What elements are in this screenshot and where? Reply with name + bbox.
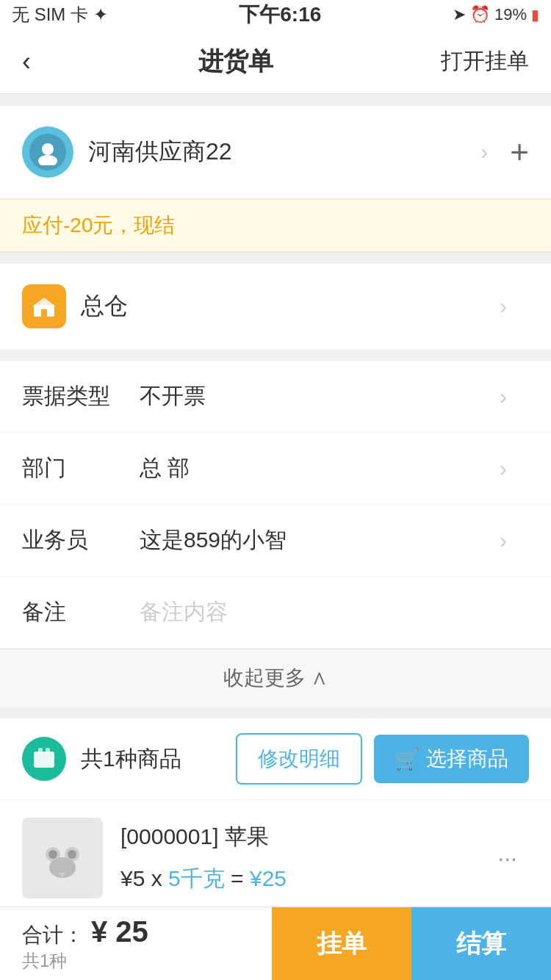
product-icon	[22, 737, 66, 781]
alarm-icon: ⏰	[470, 5, 490, 24]
supplier-name: 河南供应商22	[88, 136, 480, 168]
remark-row[interactable]: 备注 备注内容	[0, 577, 551, 649]
product-name: [0000001] 苹果	[120, 822, 486, 852]
department-label: 部门	[22, 453, 140, 483]
warehouse-name: 总仓	[81, 290, 500, 323]
remark-label: 备注	[22, 597, 140, 627]
status-time: 下午6:16	[239, 1, 321, 29]
sales-chevron-icon: ›	[500, 528, 507, 553]
battery-icon: ▮	[531, 6, 539, 24]
dept-chevron-icon: ›	[500, 456, 507, 481]
product-more-button[interactable]: ···	[486, 837, 529, 879]
svg-point-11	[68, 850, 76, 859]
collapse-bar[interactable]: 收起更多 ∧	[0, 649, 551, 707]
supplier-row[interactable]: 河南供应商22 › +	[0, 106, 551, 199]
price-qty: 5千克	[168, 866, 225, 890]
supplier-chevron-icon: ›	[480, 140, 488, 165]
battery-status: 19%	[494, 5, 527, 24]
price-unit: ¥5	[120, 866, 145, 890]
warehouse-icon	[22, 284, 66, 328]
svg-rect-7	[46, 748, 50, 754]
product-price: ¥5 x 5千克 = ¥25	[120, 864, 486, 894]
add-button[interactable]: +	[510, 136, 529, 168]
checkout-button[interactable]: 结算	[411, 907, 551, 981]
cart-icon: 🛒	[395, 747, 420, 771]
status-right: ➤ ⏰ 19% ▮	[453, 5, 539, 24]
total-amount: ¥ 25	[91, 915, 148, 948]
svg-marker-3	[32, 298, 56, 306]
avatar-icon	[29, 134, 66, 170]
supplier-avatar	[22, 126, 73, 178]
hang-order-button[interactable]: 挂单	[272, 907, 411, 981]
total-sub: 共1种	[22, 949, 250, 973]
svg-rect-4	[41, 309, 47, 317]
select-product-label: 选择商品	[426, 745, 508, 773]
status-bar: 无 SIM 卡 ✦ 下午6:16 ➤ ⏰ 19% ▮	[0, 0, 551, 29]
status-left: 无 SIM 卡 ✦	[12, 3, 108, 26]
footer: 合计： ¥ 25 共1种 挂单 结算	[0, 907, 551, 980]
form-section: 票据类型 不开票 › 部门 总 部 › 业务员 这是859的小智 › 备注 备注…	[0, 361, 551, 707]
product-header: 共1种商品 修改明细 🛒 选择商品	[0, 718, 551, 800]
select-product-button[interactable]: 🛒 选择商品	[374, 735, 529, 783]
sim-status: 无 SIM 卡 ✦	[12, 3, 108, 26]
remark-input[interactable]: 备注内容	[140, 597, 529, 627]
svg-rect-5	[34, 752, 54, 768]
invoice-chevron-icon: ›	[500, 384, 507, 409]
warning-banner: 应付-20元，现结	[0, 199, 551, 252]
product-item: [0000001] 苹果 ¥5 x 5千克 = ¥25 ···	[0, 800, 551, 916]
back-button[interactable]: ‹	[22, 46, 31, 77]
price-total: ¥25	[250, 866, 287, 890]
nav-bar: ‹ 进货单 打开挂单	[0, 29, 551, 94]
invoice-type-label: 票据类型	[22, 381, 140, 411]
page-title: 进货单	[198, 45, 273, 79]
price-multiply: x	[151, 866, 168, 890]
supplier-section: 河南供应商22 › + 应付-20元，现结	[0, 106, 551, 252]
svg-point-0	[42, 143, 54, 155]
open-pending-button[interactable]: 打开挂单	[441, 46, 529, 76]
department-value: 总 部	[140, 453, 500, 483]
product-section: 共1种商品 修改明细 🛒 选择商品 [0000001] 苹果 ¥5 x	[0, 718, 551, 916]
warehouse-row[interactable]: 总仓 ›	[0, 264, 551, 349]
salesperson-label: 业务员	[22, 525, 140, 555]
footer-total: 合计： ¥ 25 共1种	[0, 915, 272, 973]
department-row[interactable]: 部门 总 部 ›	[0, 433, 551, 505]
invoice-type-row[interactable]: 票据类型 不开票 ›	[0, 361, 551, 433]
edit-detail-button[interactable]: 修改明细	[236, 733, 362, 785]
price-equals: =	[231, 866, 250, 890]
svg-rect-6	[38, 748, 43, 754]
product-details: [0000001] 苹果 ¥5 x 5千克 = ¥25	[120, 822, 486, 894]
product-count: 共1种商品	[81, 744, 236, 774]
salesperson-value: 这是859的小智	[140, 525, 500, 555]
warehouse-chevron-icon: ›	[500, 294, 507, 319]
salesperson-row[interactable]: 业务员 这是859的小智 ›	[0, 505, 551, 577]
product-thumbnail	[22, 818, 103, 898]
svg-point-10	[48, 850, 57, 859]
invoice-type-value: 不开票	[140, 381, 500, 411]
warehouse-section: 总仓 ›	[0, 264, 551, 349]
svg-point-1	[38, 155, 57, 165]
location-icon: ➤	[453, 5, 466, 24]
total-label: 合计：	[22, 921, 84, 949]
